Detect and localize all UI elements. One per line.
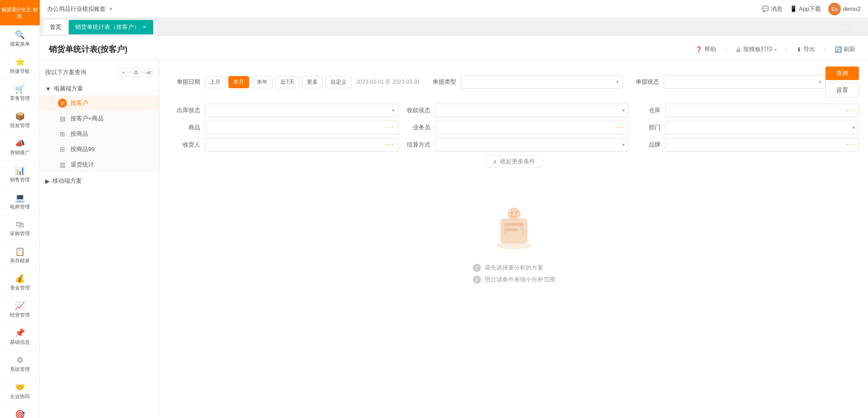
tab-home[interactable]: 首页 — [43, 20, 68, 34]
tree-section-pc: ▼ 电脑端方案 按 按客户 ▤ 按客户+商品 ⊞ — [40, 82, 159, 172]
tab-minimize-btn[interactable]: — — [837, 22, 850, 32]
filter-cell-recipient: 收货人 ··· — [169, 138, 399, 152]
export-icon: ⬇ — [797, 46, 802, 53]
salesperson-input[interactable]: ··· — [435, 121, 629, 134]
tree-sub-pc: 按 按客户 ▤ 按客户+商品 ⊞ 按商品 ⊞ 按 — [40, 95, 159, 172]
tree-item-by-goods99[interactable]: ⊞ 按商品99 — [40, 142, 159, 157]
sidebar-label-marketing: 营销推广 — [10, 149, 30, 156]
sidebar-item-purchase[interactable]: 🛍 采购管理 — [0, 215, 39, 242]
operations-icon: 📈 — [15, 301, 25, 311]
sidebar-label-wholesale: 批发管理 — [10, 122, 30, 129]
date-btn-this-year[interactable]: 本年 — [252, 76, 273, 88]
tree-item-by-customer-goods[interactable]: ▤ 按客户+商品 — [40, 111, 159, 126]
date-btn-this-month[interactable]: 本月 — [228, 76, 249, 88]
collapse-more-btn[interactable]: ∧ 收起更多条件 — [485, 155, 543, 168]
message-btn[interactable]: 💬 消息 — [762, 5, 783, 13]
tab-sales-stat[interactable]: 销货单统计表（按客户） ✕ — [69, 20, 153, 34]
tree-section-arrow: ▼ — [45, 86, 51, 92]
date-btn-custom[interactable]: 自定义 — [326, 76, 352, 88]
sidebar-item-operations[interactable]: 📈 经营管理 — [0, 296, 39, 323]
date-btn-last7[interactable]: 近7天 — [275, 76, 299, 88]
sidebar-label-finance: 资金管理 — [10, 285, 30, 291]
tab-close-icon[interactable]: ✕ — [142, 24, 147, 30]
sidebar-item-enterprise[interactable]: 🤝 企业协同 — [0, 378, 39, 405]
outstatus-input[interactable]: ▾ — [205, 104, 399, 117]
filter-grid-row3: 商品 ··· 业务员 ··· 部门 — [169, 121, 859, 134]
query-button[interactable]: 查询 — [826, 66, 859, 80]
recipient-input[interactable]: ··· — [205, 138, 399, 152]
help-btn[interactable]: ❓ 帮助 — [692, 43, 720, 55]
doc-status-input[interactable]: ▾ — [664, 75, 826, 89]
sidebar-item-finance[interactable]: 💰 资金管理 — [0, 269, 39, 296]
brand-input[interactable]: ··· — [665, 138, 859, 152]
sidebar-item-quicknav[interactable]: ⭐ 快捷导航 — [0, 52, 39, 80]
settings-button[interactable]: 设置 — [826, 83, 859, 97]
date-group: 上月 本月 本年 近7天 更多 自定义 2023-03-01 至 2023-03… — [205, 76, 420, 88]
sep3: | — [824, 46, 826, 53]
panel-settings-btn[interactable]: ⚙ — [131, 67, 141, 77]
tree-item-by-customer[interactable]: 按 按客户 — [40, 95, 159, 111]
sidebar-label-retail: 零售管理 — [10, 95, 30, 102]
empty-illustration — [487, 200, 541, 255]
app-logo: 畅捷通好生意 标版 — [0, 0, 40, 25]
sidebar-item-wholesale[interactable]: 📦 批发管理 — [0, 107, 39, 134]
sidebar-item-ecommerce[interactable]: 💻 电商管理 — [0, 188, 39, 215]
tree-section-mobile-arrow: ▶ — [45, 178, 50, 185]
empty-state: 1 请先选择要分析的方案 2 用过滤条件来缩小分析范围 — [169, 173, 859, 311]
export-btn[interactable]: ⬇ 导出 — [793, 43, 819, 55]
refresh-btn[interactable]: 🔄 刷新 — [831, 43, 859, 55]
sidebar-item-basicinfo[interactable]: 📌 基础信息 — [0, 323, 39, 351]
filter-cell-warehouse: 仓库 ··· — [629, 104, 859, 117]
department-input[interactable]: ▾ — [665, 121, 859, 134]
sidebar-item-sales[interactable]: 📊 销售管理 — [0, 161, 39, 188]
template-print-btn[interactable]: 🖨 按模板打印 ▾ — [732, 43, 780, 55]
body-layout: 按以下方案查询 + ⚙ ≪ — [40, 60, 868, 417]
warehouse-input[interactable]: ··· — [665, 104, 859, 117]
panel-add-btn[interactable]: + — [118, 67, 128, 77]
sidebar-item-system[interactable]: ⚙ 系统管理 — [0, 351, 39, 378]
industry-dropdown-icon[interactable]: ▾ — [109, 5, 113, 12]
user-info[interactable]: Ea demo2 — [828, 3, 861, 15]
add-icon: + — [122, 69, 125, 76]
ecommerce-icon: 💻 — [15, 193, 25, 203]
tree-item-by-goods[interactable]: ⊞ 按商品 — [40, 126, 159, 142]
panel-title: 按以下方案查询 — [45, 68, 86, 76]
tab-bar-right: — ⛶ — [837, 22, 864, 32]
tab-maximize-btn[interactable]: ⛶ — [852, 22, 864, 32]
doc-type-input[interactable]: ▾ — [461, 75, 623, 89]
receiptstatus-input[interactable]: ▾ — [435, 104, 629, 117]
panel-header-actions: + ⚙ ≪ — [118, 67, 154, 77]
marketing-icon: 📣 — [15, 138, 25, 148]
help-label: 帮助 — [704, 45, 716, 53]
tree-item-by-customer-label: 按客户 — [71, 99, 88, 107]
tree-section-mobile-header[interactable]: ▶ 移动端方案 — [40, 174, 159, 188]
template-print-label: 按模板打印 — [743, 45, 773, 53]
sidebar-item-search[interactable]: 🔍 搜索菜单 — [0, 25, 39, 52]
tree-section-pc-header[interactable]: ▼ 电脑端方案 — [40, 82, 159, 95]
sidebar-item-inventory[interactable]: 📋 库存核算 — [0, 242, 39, 269]
payment-chevron: ▾ — [622, 142, 625, 148]
receiptstatus-chevron: ▾ — [622, 107, 625, 114]
sidebar-item-newuser[interactable]: 🎯 新手引导 — [0, 405, 39, 418]
date-btn-last-month[interactable]: 上月 — [205, 76, 226, 88]
goods-input[interactable]: ··· — [205, 121, 399, 134]
collapse-icon: ≪ — [146, 69, 152, 76]
tree-section-mobile: ▶ 移动端方案 — [40, 174, 159, 188]
tree-item-return-stat[interactable]: ▥ 退货统计 — [40, 157, 159, 172]
goods-dots: ··· — [386, 124, 395, 132]
sidebar-item-retail[interactable]: 🛒 零售管理 — [0, 80, 39, 107]
department-chevron: ▾ — [852, 124, 855, 131]
receiptstatus-label: 收款状态 — [399, 106, 435, 114]
tree-item-by-customer-goods-label: 按客户+商品 — [71, 114, 104, 123]
filter-cell-salesperson: 业务员 ··· — [399, 121, 629, 134]
empty-tip-2: 2 用过滤条件来缩小分析范围 — [473, 276, 555, 284]
basicinfo-icon: 📌 — [15, 328, 25, 338]
date-btn-more[interactable]: 更多 — [302, 76, 323, 88]
salesperson-label: 业务员 — [399, 124, 435, 132]
payment-input[interactable]: ▾ — [435, 138, 629, 152]
sidebar-item-marketing[interactable]: 📣 营销推广 — [0, 134, 39, 161]
panel-collapse-btn[interactable]: ≪ — [144, 67, 154, 77]
goods-label: 商品 — [169, 124, 205, 132]
app-download-btn[interactable]: 📱 App下载 — [790, 5, 821, 13]
collapse-icon: ∧ — [493, 158, 497, 165]
